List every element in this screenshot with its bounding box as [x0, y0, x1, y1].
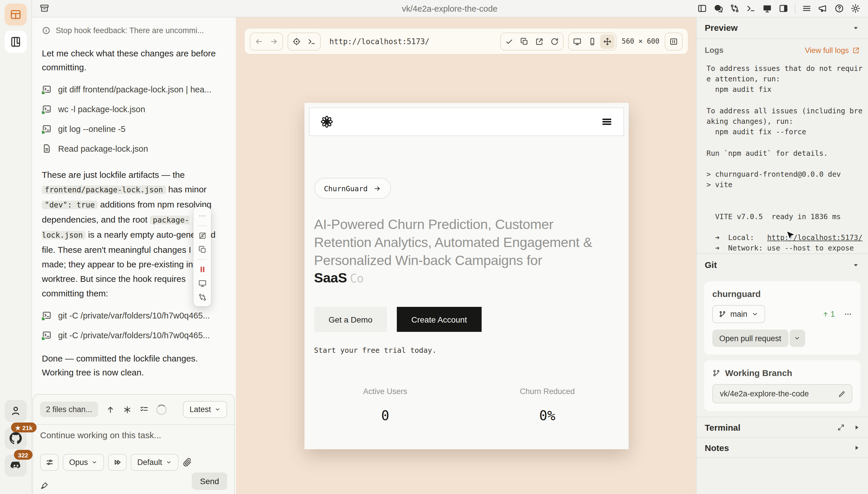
pause-icon[interactable]	[198, 265, 206, 274]
fast-forward-button[interactable]	[108, 454, 127, 471]
highlighter-icon[interactable]	[40, 481, 50, 490]
tool-call-row[interactable]: git -C /private/var/folders/10/h7w0q465.…	[42, 310, 225, 320]
mobile-view-button[interactable]	[585, 34, 599, 49]
version-dropdown-label: Latest	[190, 405, 211, 414]
preview-section-header[interactable]: Preview	[697, 17, 868, 38]
tool-call-label: git -C /private/var/folders/10/h7w0q465.…	[58, 311, 210, 320]
play-chevron-icon[interactable]	[853, 423, 861, 431]
archive-icon[interactable]	[40, 3, 50, 13]
url-input[interactable]	[328, 36, 500, 46]
stop-hook-notice-text: Stop hook feedback: There are uncommi...	[56, 26, 204, 35]
terminal-section-title: Terminal	[705, 422, 741, 432]
hero-typing-cursor: Co	[350, 272, 363, 286]
terminal-icon	[42, 84, 52, 94]
site-logo-icon[interactable]	[320, 115, 333, 129]
device-preview-icon[interactable]	[198, 279, 206, 288]
chat-icon[interactable]	[713, 3, 723, 13]
panel-left-icon[interactable]	[697, 3, 707, 13]
tool-call-row[interactable]: Read package-lock.json	[42, 144, 225, 153]
open-pr-button[interactable]: Open pull request	[712, 329, 788, 347]
expand-icon[interactable]	[837, 423, 845, 431]
logs-header: Logs View full logs	[697, 39, 868, 55]
menu-icon[interactable]	[802, 3, 812, 13]
tool-call-row[interactable]: git log --oneline -5	[42, 124, 225, 134]
tool-call-row[interactable]: git diff frontend/package-lock.json | he…	[42, 84, 225, 94]
divider	[697, 457, 868, 458]
arrow-up-icon	[822, 311, 829, 318]
log-line: ➜ Local: http://localhost:5173/	[707, 233, 868, 243]
rail-discord-button[interactable]: 322	[5, 455, 27, 477]
git-section-title: Git	[705, 260, 717, 270]
branch-dropdown[interactable]: main	[712, 305, 766, 323]
git-section-header[interactable]: Git	[697, 253, 868, 276]
panel-right-icon[interactable]	[778, 3, 788, 13]
version-dropdown[interactable]: Latest	[183, 401, 227, 418]
github-stars-count: 21k	[22, 424, 33, 431]
create-account-button[interactable]: Create Account	[397, 307, 481, 332]
browser-preview-pane: 560 × 600 ChurnGuard AI-Powered Churn Pr…	[236, 17, 697, 494]
settings-sliders-button[interactable]	[40, 454, 59, 471]
drag-handle-icon[interactable]	[198, 212, 206, 220]
composer-controls: Opus Default	[33, 453, 234, 471]
working-branch-label: Working Branch	[725, 368, 792, 378]
tool-call-row[interactable]: wc -l package-lock.json	[42, 104, 225, 114]
rail-github-button[interactable]: ★ 21k	[5, 427, 27, 449]
desktop-view-button[interactable]	[570, 34, 585, 49]
git-compare-icon[interactable]	[198, 293, 206, 302]
rail-layout-button[interactable]	[5, 3, 27, 25]
play-chevron-icon[interactable]	[853, 444, 861, 451]
repo-menu-icon[interactable]	[844, 310, 852, 319]
open-pr-options-button[interactable]	[789, 329, 805, 347]
model-dropdown[interactable]: Opus	[63, 454, 104, 471]
paperclip-icon[interactable]	[182, 457, 192, 467]
burst-icon[interactable]	[122, 405, 132, 414]
notes-section-title: Notes	[705, 442, 729, 453]
console-button[interactable]	[304, 34, 319, 49]
screen-icon[interactable]	[762, 3, 772, 13]
copy-url-button[interactable]	[517, 34, 532, 49]
brand-pill-link[interactable]: ChurnGuard	[314, 178, 391, 199]
approve-button[interactable]	[502, 34, 516, 49]
commits-ahead-indicator[interactable]: 1	[822, 310, 835, 319]
view-full-logs-link[interactable]: View full logs	[805, 46, 860, 55]
stat-value: 0%	[466, 408, 628, 423]
locate-button[interactable]	[289, 34, 304, 49]
help-icon[interactable]	[834, 3, 844, 13]
stop-hook-notice[interactable]: Stop hook feedback: There are uncommi...	[42, 26, 226, 35]
branch-name: main	[730, 310, 747, 319]
megaphone-icon[interactable]	[818, 3, 828, 13]
localhost-link[interactable]: http://localhost:5173/	[767, 233, 863, 242]
get-demo-button[interactable]: Get a Demo	[314, 307, 387, 332]
scroll-up-icon[interactable]	[105, 405, 115, 414]
resize-button[interactable]	[600, 34, 615, 49]
browser-toolbar: 560 × 600	[244, 28, 689, 55]
rail-account-button[interactable]	[5, 400, 27, 422]
send-button[interactable]: Send	[192, 473, 227, 490]
assistant-message: Let me check what these changes are befo…	[42, 46, 218, 74]
terminal-icon[interactable]	[746, 3, 756, 13]
edit-pencil-icon[interactable]	[838, 390, 846, 398]
reload-button[interactable]	[547, 34, 562, 49]
forward-button[interactable]	[267, 34, 281, 49]
stat-label: Active Users	[304, 387, 466, 396]
zen-mode-icon[interactable]	[198, 231, 206, 240]
tool-call-row[interactable]: git -C /private/var/folders/10/h7w0q465.…	[42, 330, 225, 340]
composer-input[interactable]	[40, 430, 227, 451]
checklist-icon[interactable]	[139, 405, 149, 414]
notes-section-header[interactable]: Notes	[697, 437, 868, 457]
duplicate-icon[interactable]	[198, 245, 206, 254]
rail-kanban-button[interactable]	[5, 31, 27, 53]
back-button[interactable]	[252, 34, 266, 49]
split-view-button[interactable]	[666, 34, 681, 49]
git-compare-icon[interactable]	[730, 3, 739, 13]
site-tagline: Start your free trial today.	[314, 346, 628, 355]
chevron-down-icon	[165, 459, 172, 466]
mode-dropdown[interactable]: Default	[131, 454, 179, 471]
working-branch-field[interactable]	[712, 384, 852, 403]
terminal-section-header[interactable]: Terminal	[697, 417, 868, 437]
settings-gear-icon[interactable]	[851, 3, 861, 13]
open-external-button[interactable]	[532, 34, 547, 49]
files-changed-chip[interactable]: 2 files chan...	[40, 402, 98, 417]
working-branch-input[interactable]	[719, 389, 838, 399]
site-menu-icon[interactable]	[600, 116, 613, 128]
